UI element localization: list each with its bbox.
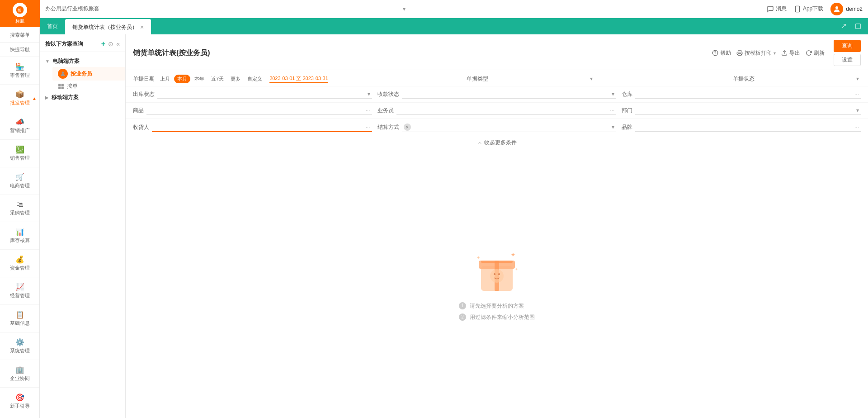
sidebar-logo[interactable]: 畅 标胤: [0, 0, 40, 27]
print-btn[interactable]: 按模板打印 ▾: [736, 49, 776, 57]
filter-product-item: 商品 ···: [133, 106, 372, 115]
sidebar-item-enterprise-label: 企业协同: [10, 375, 30, 382]
settlement-clear-btn[interactable]: ×: [404, 124, 411, 131]
tree-desktop-arrow: ▼: [45, 59, 50, 64]
sidebar-item-enterprise[interactable]: 🏢 企业协同: [0, 360, 39, 388]
sidebar-item-purchase-label: 采购管理: [10, 209, 30, 216]
topbar-user[interactable]: demo2: [830, 3, 863, 15]
empty-state: ✦ ✦ ✦ 1 请先选择要分析的方案: [126, 150, 868, 418]
refresh-icon: [806, 50, 812, 56]
date-tab-thismonth[interactable]: 本月: [174, 75, 190, 83]
sidebar-quicknav-section[interactable]: 快捷导航: [0, 43, 39, 57]
consignee-control[interactable]: ···: [152, 123, 372, 132]
brand-label: 品牌: [622, 124, 632, 131]
sidebar-item-inventory[interactable]: 📊 库存核算: [0, 222, 39, 250]
inventory-icon: 📊: [15, 228, 24, 236]
docstatus-dropdown[interactable]: ▾: [757, 75, 861, 83]
sidebar: 畅 标胤 搜索菜单 快捷导航 🏪 零售管理 📦 批发管理 ▲ 📣 营销推广 💹 …: [0, 0, 40, 418]
settings-scheme-btn[interactable]: ⊙: [108, 40, 113, 48]
topbar-app-btn[interactable]: App下载: [794, 5, 823, 13]
svg-line-5: [842, 24, 845, 28]
export-btn[interactable]: 导出: [781, 49, 800, 57]
sidebar-item-ecom-label: 电商管理: [10, 182, 30, 189]
sidebar-item-wholesale[interactable]: 📦 批发管理 ▲: [0, 85, 39, 112]
tab-home[interactable]: 首页: [40, 18, 65, 34]
settlement-control[interactable]: × ▾: [402, 123, 617, 132]
svg-text:✦: ✦: [515, 267, 518, 271]
collapse-btn[interactable]: 收起更多条件: [477, 139, 517, 147]
quicknav-label[interactable]: 快捷导航: [10, 46, 30, 53]
sidebar-search-section[interactable]: 搜索菜单: [0, 27, 39, 43]
product-control[interactable]: ···: [146, 106, 372, 115]
filter-row-2: 出库状态 ▾ 收款状态 ▾: [126, 86, 868, 103]
settlement-label: 结算方式: [377, 124, 399, 131]
enterprise-icon: 🏢: [15, 366, 24, 374]
left-panel: 按以下方案查询 + ⊙ « ▼ 电脑端方案: [40, 34, 126, 418]
sidebar-item-appcenter[interactable]: 📱 应用中心: [0, 415, 39, 418]
tab-sales-stat[interactable]: 销货单统计表（按业务员） ×: [65, 19, 151, 35]
sidebar-item-basic[interactable]: 📋 基础信息: [0, 305, 39, 332]
tab-close-icon[interactable]: ×: [140, 24, 144, 30]
refresh-btn[interactable]: 刷新: [806, 49, 825, 57]
collapse-bar: 收起更多条件: [126, 136, 868, 150]
settings-btn[interactable]: 设置: [834, 54, 861, 66]
add-scheme-btn[interactable]: +: [101, 40, 105, 48]
sidebar-item-inventory-label: 库存核算: [10, 237, 30, 244]
stock-label: 出库状态: [133, 90, 155, 98]
product-dots: ···: [366, 107, 370, 114]
collapse-icon: [477, 140, 482, 146]
dept-dropdown[interactable]: ▾: [635, 106, 861, 115]
sidebar-item-purchase[interactable]: 🛍 采购管理: [0, 195, 39, 222]
date-tab-7days[interactable]: 近7天: [208, 75, 226, 83]
tree-item-salesperson[interactable]: 按业务员: [52, 67, 125, 81]
tab-minimize-btn[interactable]: [837, 20, 850, 33]
help-icon: [712, 50, 718, 56]
sidebar-item-sales[interactable]: 💹 销售管理: [0, 140, 39, 167]
brand-control[interactable]: ···: [635, 123, 861, 132]
print-dropdown-icon[interactable]: ▾: [774, 51, 776, 56]
doctype-label: 单据类型: [467, 75, 488, 83]
search-menu-label[interactable]: 搜索菜单: [10, 32, 30, 38]
tab-maximize-btn[interactable]: [852, 20, 864, 33]
date-range-display[interactable]: 2023-03-01 至 2023-03-31: [269, 75, 328, 83]
sidebar-item-ecom[interactable]: 🛒 电商管理: [0, 167, 39, 195]
date-tab-custom[interactable]: 自定义: [245, 75, 265, 83]
date-tab-lastmonth[interactable]: 上月: [157, 75, 173, 83]
left-panel-actions: + ⊙ «: [101, 40, 120, 48]
tree-desktop-group[interactable]: ▼ 电脑端方案: [40, 56, 125, 67]
payment-dropdown[interactable]: ▾: [402, 90, 617, 99]
doctype-dropdown[interactable]: ▾: [491, 75, 594, 83]
stock-dropdown[interactable]: ▾: [157, 90, 372, 99]
sidebar-item-retail[interactable]: 🏪 零售管理: [0, 57, 39, 85]
tree-mobile-group[interactable]: ▶ 移动端方案: [40, 92, 125, 103]
svg-rect-2: [795, 6, 799, 12]
empty-step-1: 1 请先选择要分析的方案: [459, 302, 535, 310]
sidebar-item-finance[interactable]: 💰 资金管理: [0, 250, 39, 277]
svg-text:畅: 畅: [18, 8, 21, 12]
collapse-panel-btn[interactable]: «: [116, 40, 120, 48]
date-tab-thisyear[interactable]: 本年: [192, 75, 207, 83]
svg-rect-6: [856, 24, 861, 29]
tabbar-actions: [837, 20, 868, 33]
sidebar-item-operation[interactable]: 📈 经营管理: [0, 277, 39, 305]
sidebar-item-marketing[interactable]: 📣 营销推广: [0, 112, 39, 140]
warehouse-control[interactable]: ···: [635, 90, 861, 99]
topbar-msg-btn[interactable]: 消息: [767, 5, 787, 13]
query-btn[interactable]: 查询: [834, 40, 861, 52]
sidebar-item-newbie[interactable]: 🎯 新手引导: [0, 388, 39, 415]
page-header: 销货单统计表(按业务员) 帮助 按模板打印 ▾ 导出: [126, 34, 868, 70]
logo-text: 标胤: [15, 18, 24, 24]
sidebar-item-system[interactable]: ⚙️ 系统管理: [0, 332, 39, 360]
salesperson-control[interactable]: ···: [396, 106, 617, 115]
filter-settlement-item: 结算方式 × ▾: [377, 123, 617, 132]
dept-dropdown-arrow: ▾: [856, 107, 859, 114]
svg-point-4: [835, 6, 838, 9]
step1-label: 请先选择要分析的方案: [470, 302, 524, 310]
help-btn[interactable]: 帮助: [712, 49, 731, 57]
date-tab-more[interactable]: 更多: [228, 75, 243, 83]
message-icon: [767, 5, 774, 13]
sidebar-item-wholesale-label: 批发管理: [10, 100, 30, 106]
filter-dept-item: 部门 ▾: [622, 106, 861, 115]
topbar-dropdown-icon[interactable]: ▾: [403, 6, 406, 12]
tree-item-byorder[interactable]: 按单: [52, 81, 125, 92]
